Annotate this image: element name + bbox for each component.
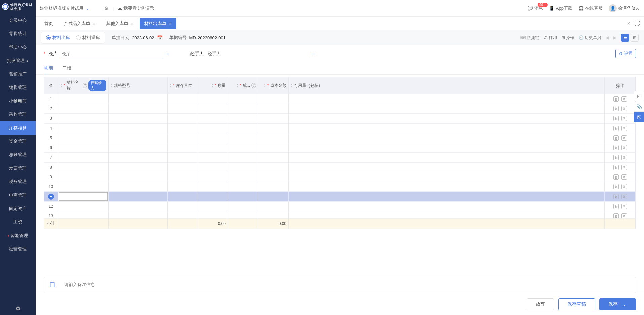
handler-picker-icon[interactable]: ⋯ — [311, 51, 316, 56]
table-row[interactable]: 12🗑⧉ — [44, 201, 636, 211]
warehouse-picker-icon[interactable]: ⋯ — [165, 51, 170, 56]
col-spec[interactable]: ▲▼规格型号 — [109, 77, 168, 94]
warehouse-input[interactable] — [61, 50, 162, 58]
fullscreen-icon[interactable]: ⛶ — [635, 21, 640, 27]
table-row[interactable]: 9🗑⧉ — [44, 172, 636, 182]
subtab-2d[interactable]: 二维 — [62, 62, 72, 74]
tab-2[interactable]: 其他入库单✕ — [102, 18, 138, 29]
save-draft-button[interactable]: 保存草稿 — [558, 298, 595, 310]
calendar-icon[interactable]: 📅 — [157, 35, 163, 40]
date-value[interactable]: 2023-06-02 — [132, 35, 154, 40]
sidebar-item-11[interactable]: 发票管理 — [0, 162, 36, 175]
add-row-icon[interactable]: + — [48, 194, 54, 200]
delete-row-icon[interactable]: 🗑 — [613, 155, 619, 160]
messages-button[interactable]: 💬 消息 99 + — [528, 5, 543, 11]
copy-row-icon[interactable]: ⧉ — [621, 135, 627, 141]
delete-row-icon[interactable]: 🗑 — [613, 106, 619, 111]
subtab-detail[interactable]: 明细 — [44, 62, 54, 74]
table-row[interactable]: 3🗑⧉ — [44, 113, 636, 123]
copy-row-icon[interactable]: ⧉ — [621, 184, 627, 189]
col-qty[interactable]: ▲▼*数量 — [198, 77, 228, 94]
col-amount[interactable]: ▲▼*成本金额 — [258, 77, 289, 94]
shortcut-button[interactable]: ⌨ 快捷键 — [520, 35, 539, 41]
close-icon[interactable]: ✕ — [92, 21, 96, 26]
side-tool-1[interactable]: ◰ — [634, 91, 644, 101]
copy-row-icon[interactable]: ⧉ — [621, 204, 627, 209]
sidebar-item-8[interactable]: 库存核算 — [0, 121, 36, 135]
sidebar-item-14[interactable]: 固定资产 — [0, 202, 36, 215]
col-name[interactable]: ▲▼ *材料名称 ? 扫码录入 — [58, 77, 109, 94]
col-gear[interactable]: ⚙ — [44, 77, 58, 94]
sidebar-item-10[interactable]: 总账管理 — [0, 148, 36, 162]
radio-out[interactable]: 材料出库 — [46, 35, 70, 41]
demo-link[interactable]: ☁ 我要看实例演示 — [118, 5, 154, 11]
delete-row-icon[interactable]: 🗑 — [613, 126, 619, 131]
remark-input[interactable] — [63, 281, 631, 288]
nav-prev[interactable]: ◀ — [606, 35, 609, 40]
help-icon[interactable]: ? — [251, 83, 256, 88]
table-row[interactable]: 1🗑⧉ — [44, 94, 636, 104]
delete-row-icon[interactable]: 🗑 — [613, 165, 619, 170]
tab-0[interactable]: 首页 — [40, 18, 58, 29]
copy-row-icon[interactable]: ⧉ — [621, 116, 627, 121]
tab-close-all[interactable]: ✕ — [627, 21, 631, 26]
gear-icon[interactable]: ⚙ — [104, 6, 109, 11]
user-menu[interactable]: 👤 徐泽华修改 — [609, 4, 640, 12]
table-row[interactable]: 5🗑⧉ — [44, 133, 636, 143]
col-avail[interactable]: ▲▼可用量（包装） — [289, 77, 605, 94]
sidebar-item-7[interactable]: 采购管理 — [0, 108, 36, 121]
settings-button[interactable]: ⚙ 设置 — [615, 49, 636, 58]
app-download-button[interactable]: 📱 App下载 — [549, 5, 572, 11]
sidebar-item-5[interactable]: 销售管理 — [0, 81, 36, 94]
table-row[interactable]: 6🗑⧉ — [44, 143, 636, 152]
save-button[interactable]: 保存 ⌄ — [599, 298, 636, 310]
copy-row-icon[interactable]: ⧉ — [621, 126, 627, 131]
sidebar-item-6[interactable]: 小畅电商 — [0, 94, 36, 108]
copy-row-icon[interactable]: ⧉ — [621, 165, 627, 170]
help-icon[interactable]: ? — [83, 83, 87, 88]
table-row[interactable]: 10🗑⧉ — [44, 182, 636, 191]
delete-row-icon[interactable]: 🗑 — [613, 213, 619, 218]
view-list[interactable]: ☰ — [621, 34, 629, 42]
copy-row-icon[interactable]: ⧉ — [621, 96, 627, 102]
sidebar-item-16[interactable]: 智能管理 — [0, 229, 36, 242]
delete-row-icon[interactable]: 🗑 — [613, 135, 619, 141]
table-row[interactable]: 13🗑⧉ — [44, 211, 636, 218]
close-icon[interactable]: ✕ — [130, 21, 134, 26]
copy-row-icon[interactable]: ⧉ — [621, 174, 627, 180]
chevron-down-icon[interactable]: ⌄ — [86, 6, 90, 11]
side-tool-attach[interactable]: 📎 — [634, 102, 644, 112]
sidebar-item-0[interactable]: 会员中心 — [0, 13, 36, 27]
copy-row-icon[interactable]: ⧉ — [621, 155, 627, 160]
table-row[interactable]: 8🗑⧉ — [44, 162, 636, 172]
view-card[interactable]: ⊞ — [631, 34, 639, 42]
print-button[interactable]: 🖨 打印 — [544, 35, 557, 41]
delete-row-icon[interactable]: 🗑 — [613, 204, 619, 209]
sidebar-item-13[interactable]: 电商管理 — [0, 188, 36, 202]
col-cost[interactable]: ▲▼*成...? — [228, 77, 258, 94]
sidebar-settings-icon[interactable]: ✿ — [0, 302, 36, 315]
tab-1[interactable]: 产成品入库单✕ — [59, 18, 100, 29]
sidebar-item-17[interactable]: 经营管理 — [0, 242, 36, 256]
copy-row-icon[interactable]: ⧉ — [621, 106, 627, 111]
delete-row-icon[interactable]: 🗑 — [613, 184, 619, 189]
table-row[interactable]: +🗑⧉ — [44, 191, 636, 201]
sidebar-item-3[interactable]: 批发管理 — [0, 54, 36, 67]
sidebar-item-12[interactable]: 税务管理 — [0, 175, 36, 188]
table-row[interactable]: 4🗑⧉ — [44, 123, 636, 133]
tab-3[interactable]: 材料出库单✕ — [140, 18, 176, 29]
scan-badge[interactable]: 扫码录入 — [88, 80, 106, 91]
delete-row-icon[interactable]: 🗑 — [613, 96, 619, 102]
delete-row-icon[interactable]: 🗑 — [613, 194, 619, 199]
handler-input[interactable] — [207, 50, 308, 58]
history-button[interactable]: 🕘 历史单据 — [579, 35, 601, 41]
sidebar-item-2[interactable]: 帮助中心 — [0, 40, 36, 54]
col-unit[interactable]: ▲▼*库存单位 — [168, 77, 198, 94]
table-row[interactable]: 7🗑⧉ — [44, 152, 636, 162]
table-row[interactable]: 2🗑⧉ — [44, 104, 636, 113]
close-icon[interactable]: ✕ — [168, 21, 172, 26]
action-button[interactable]: ⊞ 操作 — [562, 35, 574, 41]
sidebar-item-9[interactable]: 资金管理 — [0, 135, 36, 148]
delete-row-icon[interactable]: 🗑 — [613, 116, 619, 121]
nav-next[interactable]: ▶ — [613, 35, 616, 40]
